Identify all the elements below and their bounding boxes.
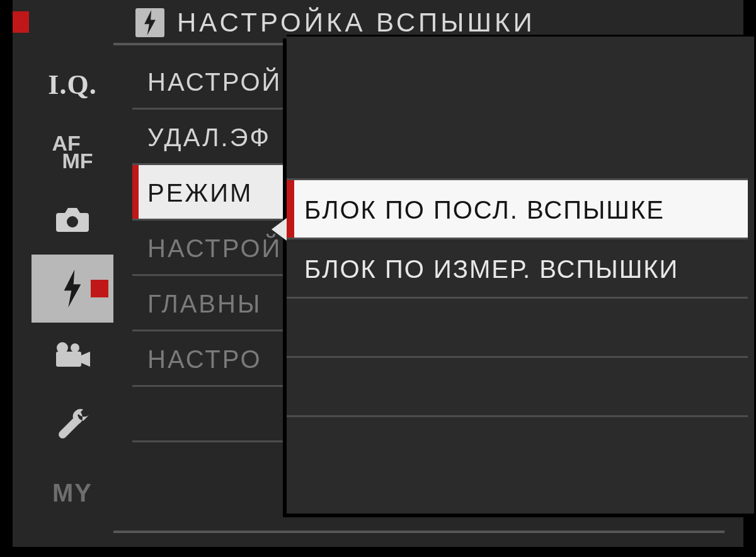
popup-option-label: БЛОК ПО ПОСЛ. ВСПЫШКЕ bbox=[304, 196, 665, 224]
menu-header: НАСТРОЙКА ВСПЫШКИ bbox=[135, 8, 536, 38]
menu-item-label: ГЛАВНЫ bbox=[147, 290, 261, 318]
menu-item-label: РЕЖИМ bbox=[147, 179, 253, 207]
camera-menu-screen: НАСТРОЙКА ВСПЫШКИ I.Q. AFMF bbox=[13, 0, 743, 547]
afmf-text-icon: AFMF bbox=[52, 135, 93, 170]
movie-icon bbox=[54, 342, 91, 372]
submenu-popup: БЛОК ПО ПОСЛ. ВСПЫШКЕ БЛОК ПО ИЗМЕР. ВСП… bbox=[287, 35, 754, 514]
tab-flash[interactable] bbox=[32, 255, 113, 323]
flash-icon bbox=[135, 8, 164, 37]
popup-option-label: БЛОК ПО ИЗМЕР. ВСПЫШКИ bbox=[304, 255, 679, 283]
menu-item-label: НАСТРО bbox=[147, 345, 262, 373]
back-arrow-icon[interactable] bbox=[272, 218, 287, 241]
tab-shooting[interactable] bbox=[32, 187, 113, 255]
popup-option[interactable]: БЛОК ПО ИЗМЕР. ВСПЫШКИ bbox=[287, 239, 748, 299]
popup-spacer bbox=[287, 37, 748, 180]
sidebar: I.Q. AFMF bbox=[32, 50, 113, 536]
tab-afmf[interactable]: AFMF bbox=[32, 118, 113, 187]
popup-option-empty bbox=[287, 358, 748, 417]
svg-point-2 bbox=[71, 343, 79, 352]
popup-option-selected[interactable]: БЛОК ПО ПОСЛ. ВСПЫШКЕ bbox=[287, 180, 748, 239]
flash-icon bbox=[60, 269, 85, 308]
iq-text-icon: I.Q. bbox=[48, 69, 96, 101]
red-marker bbox=[13, 11, 29, 33]
popup-option-empty bbox=[287, 417, 748, 476]
tab-movie[interactable] bbox=[32, 323, 113, 391]
active-indicator-icon bbox=[91, 280, 108, 297]
camera-icon bbox=[55, 205, 90, 236]
svg-point-0 bbox=[67, 216, 78, 227]
tab-iq[interactable]: I.Q. bbox=[32, 50, 113, 118]
popup-option-empty bbox=[287, 299, 748, 358]
tab-setup[interactable] bbox=[32, 391, 113, 459]
tab-my[interactable]: MY bbox=[32, 459, 113, 527]
wrench-icon bbox=[55, 406, 89, 443]
my-text-icon: MY bbox=[52, 479, 93, 507]
divider bbox=[113, 531, 724, 533]
menu-item-label: УДАЛ.ЭФ bbox=[147, 123, 271, 151]
page-title: НАСТРОЙКА ВСПЫШКИ bbox=[177, 8, 536, 38]
svg-rect-3 bbox=[56, 352, 81, 367]
